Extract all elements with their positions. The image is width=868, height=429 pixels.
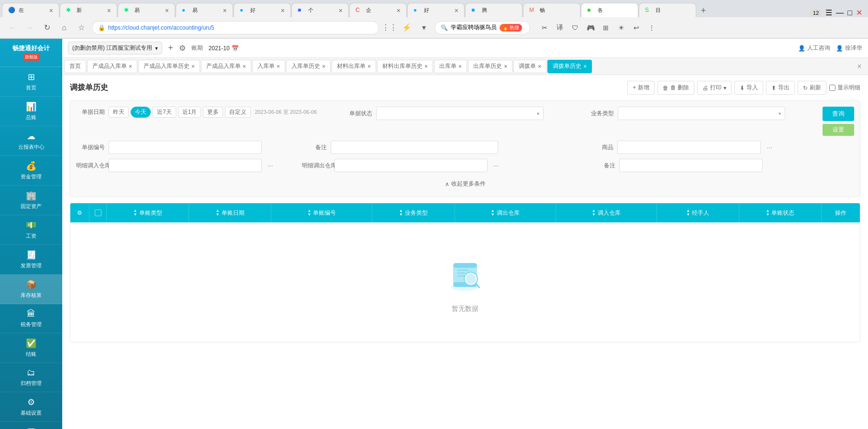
page-tab-home[interactable]: 首页 (64, 60, 86, 73)
page-tab-2[interactable]: 产成品入库单历史 × (138, 60, 200, 73)
th-handler[interactable]: ▲▼ 经手人 (657, 203, 739, 222)
user-profile[interactable]: 👤 徐泽华 (836, 44, 862, 52)
browser-tab-3[interactable]: ✱ 易 × (118, 3, 175, 17)
lightning-icon[interactable]: ⚡ (400, 21, 413, 34)
sidebar-item-wage[interactable]: 💵 工资 (0, 215, 62, 245)
bookmark-button[interactable]: ☆ (75, 21, 88, 34)
date-btn-custom[interactable]: 自定义 (225, 107, 251, 118)
th-status[interactable]: ▲▼ 单账状态 (739, 203, 822, 222)
grid-icon[interactable]: ⊞ (599, 21, 612, 34)
query-button[interactable]: 查询 (823, 107, 854, 121)
back-button[interactable]: ← (6, 21, 19, 34)
browser-tab-2[interactable]: ✱ 新 × (60, 3, 117, 17)
remark-input[interactable] (331, 141, 498, 154)
tab-close-page-9[interactable]: × (504, 63, 507, 70)
tab-list-icon[interactable]: ☰ (825, 8, 832, 17)
browser-tab-12[interactable]: S 目 (639, 3, 696, 17)
tab-close-5[interactable]: × (281, 7, 285, 14)
sidebar-item-guide[interactable]: 📖 新手引导 (0, 422, 62, 429)
print-button[interactable]: 🖨 打印 ▾ (697, 81, 732, 95)
add-company-icon[interactable]: + (168, 43, 173, 53)
new-button[interactable]: + 新增 (627, 81, 654, 95)
translate-icon[interactable]: 译 (553, 21, 567, 34)
tab-close-1[interactable]: × (49, 7, 53, 14)
theme-icon[interactable]: ☀ (614, 21, 628, 34)
tab-close-8[interactable]: × (455, 7, 458, 14)
sidebar-item-archive[interactable]: 🗂 归档管理 (0, 363, 62, 392)
collapse-button[interactable]: ∧ 收起更多条件 (76, 177, 854, 191)
customer-service[interactable]: 👤 人工咨询 (798, 44, 830, 52)
tab-close-page-1[interactable]: × (129, 63, 132, 70)
page-tab-1[interactable]: 产成品入库单 × (87, 60, 137, 73)
th-date[interactable]: ▲▼ 单账日期 (189, 203, 271, 222)
page-tab-4[interactable]: 入库单 × (252, 60, 285, 73)
biz-type-select[interactable]: ▾ (618, 107, 785, 120)
page-tab-5[interactable]: 入库单历史 × (286, 60, 331, 73)
browser-tab-10[interactable]: M 畅 (523, 3, 580, 17)
browser-tab-8[interactable]: ● 好 × (407, 3, 465, 17)
display-toggle[interactable]: 显示明细 (829, 84, 860, 92)
select-all-checkbox[interactable] (95, 209, 101, 216)
th-biz-type[interactable]: ▲▼ 业务类型 (372, 203, 455, 222)
scissors-icon[interactable]: ✂ (538, 21, 551, 34)
sidebar-item-settle[interactable]: ✅ 结账 (0, 333, 62, 363)
sidebar-item-inventory[interactable]: 📦 库存核算 (0, 275, 62, 304)
browser-tab-1[interactable]: 🔵 在 × (2, 3, 59, 17)
dropdown-button[interactable]: ▾ (417, 21, 431, 34)
out-wh-dots-button[interactable]: ··· (491, 162, 501, 169)
address-input[interactable]: 🔒 https://cloud.chanjet.com/accounting/u… (92, 21, 379, 34)
delete-button[interactable]: 🗑 🗑 删除 (657, 81, 694, 95)
tab-close-page-11[interactable]: × (583, 63, 587, 70)
tab-close-page-5[interactable]: × (322, 63, 325, 70)
forward-button[interactable]: → (23, 21, 36, 34)
tab-close-7[interactable]: × (397, 7, 401, 14)
date-btn-1month[interactable]: 近1月 (178, 107, 201, 118)
company-selector[interactable]: (勿删勿禁用) 江西服宝测试专用 ▾ (68, 42, 162, 55)
tab-close-4[interactable]: × (223, 7, 227, 14)
maximize-icon[interactable]: □ (847, 9, 852, 17)
export-button[interactable]: ⬆ 导出 (766, 81, 795, 95)
date-btn-7days[interactable]: 近7天 (153, 107, 176, 118)
sidebar-item-tax[interactable]: 🏛 税务管理 (0, 304, 62, 333)
th-settings[interactable]: ⚙ (70, 203, 89, 222)
date-btn-more[interactable]: 更多 (203, 107, 223, 118)
page-tab-9[interactable]: 出库单历史 × (468, 60, 512, 73)
browser-tab-7[interactable]: C 企 × (349, 3, 407, 17)
sidebar-item-ledger[interactable]: 📊 总账 (0, 97, 62, 126)
sidebar-item-invoice[interactable]: 🧾 发票管理 (0, 245, 62, 275)
tab-close-6[interactable]: × (339, 7, 343, 14)
settings-button[interactable]: 设置 (823, 124, 854, 136)
browser-tab-6[interactable]: ■ 个 × (291, 3, 349, 17)
sidebar-item-home[interactable]: ⊞ 首页 (0, 67, 62, 97)
th-in-wh[interactable]: ▲▼ 调入仓库 (556, 203, 657, 222)
page-tab-11[interactable]: 调拨单历史 × (547, 60, 592, 73)
tab-close-3[interactable]: × (165, 7, 169, 14)
goods-dots-button[interactable]: ··· (765, 143, 774, 151)
th-type[interactable]: ▲▼ 单账类型 (107, 203, 189, 222)
sidebar-item-report[interactable]: ☁ 云报表中心 (0, 126, 62, 156)
sidebar-item-basic[interactable]: ⚙ 基础设置 (0, 392, 62, 422)
date-btn-today[interactable]: 今天 (131, 107, 151, 118)
tab-close-page-7[interactable]: × (424, 63, 428, 70)
browser-tab-9[interactable]: ■ 腾 (465, 3, 523, 17)
tab-close-2[interactable]: × (107, 7, 111, 14)
page-tab-7[interactable]: 材料出库单历史 × (377, 60, 433, 73)
new-tab-button[interactable]: + (697, 4, 710, 17)
in-wh-dots-button[interactable]: ··· (266, 162, 275, 169)
goods-input[interactable] (617, 141, 761, 154)
browser-tab-5[interactable]: ● 好 × (234, 3, 291, 17)
browser-settings-icon[interactable]: ⋮⋮ (383, 21, 396, 34)
refresh-button-page[interactable]: ↻ 刷新 (798, 81, 826, 95)
th-number[interactable]: ▲▼ 单账编号 (271, 203, 372, 222)
settings-icon[interactable]: ⚙ (179, 44, 186, 53)
page-tab-3[interactable]: 产成品入库单 × (201, 60, 251, 73)
minimize-icon[interactable]: — (836, 9, 844, 17)
note-input[interactable] (619, 159, 763, 172)
date-btn-yesterday[interactable]: 昨天 (109, 107, 129, 118)
import-button[interactable]: ⬇ 导入 (734, 81, 763, 95)
out-wh-input[interactable] (334, 159, 488, 172)
tab-close-page-8[interactable]: × (458, 63, 462, 70)
status-select[interactable]: ▾ (376, 107, 544, 120)
more-icon[interactable]: ⋮ (645, 21, 658, 34)
shield-icon[interactable]: 🛡 (568, 21, 582, 34)
